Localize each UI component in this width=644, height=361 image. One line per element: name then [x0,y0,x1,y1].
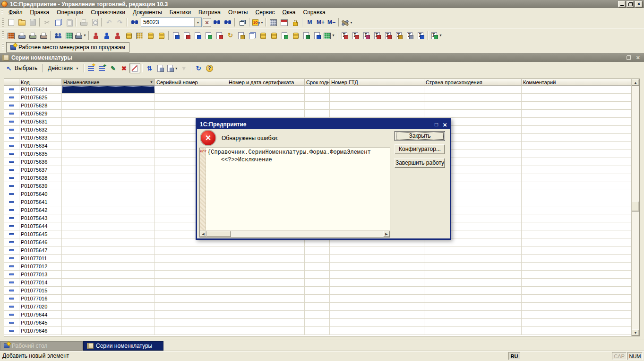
empty-cell[interactable] [305,319,330,327]
print-icon[interactable] [78,17,89,27]
code-cell[interactable]: P01079644 [19,311,62,319]
goods-receipt-icon[interactable] [203,30,214,41]
empty-cell[interactable] [522,198,631,206]
empty-cell[interactable] [62,126,155,134]
empty-cell[interactable] [62,174,155,182]
coins-minus-icon[interactable] [268,30,279,41]
scroll-right-icon[interactable]: ▶ [383,231,390,237]
row-icon-cell[interactable] [4,214,19,222]
structure-tree-icon[interactable]: ▼ [323,30,335,41]
empty-cell[interactable] [522,102,631,110]
menu-сервис[interactable]: Сервис [251,9,278,16]
column-header-Комментарий[interactable]: Комментарий [522,79,631,86]
table-row[interactable]: P01077012 [4,263,631,271]
buyer-order-icon[interactable] [102,30,112,41]
empty-cell[interactable] [62,222,155,230]
cash-register-icon[interactable] [63,30,74,41]
calendar-icon[interactable] [279,17,290,27]
code-cell[interactable]: P01079645 [19,319,62,327]
row-icon-cell[interactable] [4,190,19,198]
memory-button[interactable]: M [304,17,315,27]
menubar-grip[interactable] [1,9,3,15]
toolbar-grip[interactable] [2,44,4,52]
code-cell[interactable]: P01075642 [19,206,62,214]
empty-cell[interactable] [62,118,155,126]
empty-cell[interactable] [522,206,631,214]
shutdown-button[interactable]: Завершить работу [395,158,445,168]
empty-cell[interactable] [330,86,424,94]
windows-cascade-icon[interactable] [237,17,248,27]
code-cell[interactable]: P01075628 [19,102,62,110]
doc-money-icon[interactable] [236,30,247,41]
chevron-down-icon[interactable]: ▼ [83,34,86,37]
undo-icon[interactable]: ↶ [103,17,114,27]
row-icon-cell[interactable] [4,238,19,247]
empty-cell[interactable] [522,287,631,295]
table-row[interactable]: P01079646 [4,327,631,335]
menu-отчеты[interactable]: Отчеты [224,9,251,16]
column-header-Страна происхождения[interactable]: Страна происхождения [424,79,522,86]
empty-cell[interactable] [522,327,631,335]
empty-cell[interactable] [424,327,522,335]
empty-cell[interactable] [227,295,305,303]
find-prev-icon[interactable] [222,17,233,27]
empty-cell[interactable] [62,166,155,174]
shipment-icon[interactable] [181,30,192,41]
empty-cell[interactable] [330,271,424,279]
chevron-down-icon[interactable]: ▼ [175,67,178,70]
dialog-maximize-icon[interactable]: □ [435,121,438,128]
delete-item-icon[interactable]: ✖ [119,63,129,73]
tab-series[interactable]: Серии номенклатуры [83,341,163,351]
dialog-close-icon[interactable]: × [443,121,447,128]
row-icon-cell[interactable] [4,126,19,134]
help-icon[interactable]: ? [204,63,215,73]
actions-button[interactable]: Действия ▼ [44,63,82,73]
search-combo[interactable]: 56023▼ [141,18,202,27]
empty-cell[interactable] [62,150,155,158]
code-cell[interactable]: P01075639 [19,182,62,190]
table-row[interactable]: P01075624 [4,86,631,94]
column-header-icon[interactable] [4,79,19,86]
redo-icon[interactable]: ↷ [114,17,125,27]
empty-cell[interactable] [227,287,305,295]
column-header-Наименование[interactable]: Наименование▼ [62,79,155,86]
empty-cell[interactable] [62,303,155,311]
empty-cell[interactable] [305,86,330,94]
minimize-button[interactable] [618,1,626,8]
empty-cell[interactable] [424,263,522,271]
row-icon-cell[interactable] [4,182,19,190]
empty-cell[interactable] [522,126,631,134]
empty-cell[interactable] [522,150,631,158]
empty-cell[interactable] [62,238,155,247]
horizontal-scrollbar[interactable]: ◀ ▶ [200,230,390,237]
code-cell[interactable]: P01075640 [19,190,62,198]
empty-cell[interactable] [62,287,155,295]
cut-icon[interactable]: ✂ [42,17,52,27]
row-icon-cell[interactable] [4,174,19,182]
empty-cell[interactable] [155,311,227,319]
empty-cell[interactable] [522,182,631,190]
empty-cell[interactable] [62,263,155,271]
empty-cell[interactable] [227,247,305,255]
row-icon-cell[interactable] [4,206,19,214]
menu-справка[interactable]: Справка [299,9,329,16]
empty-cell[interactable] [62,102,155,110]
empty-cell[interactable] [62,158,155,166]
open-icon[interactable] [16,17,27,27]
chevron-down-icon[interactable]: ▼ [439,34,442,37]
empty-cell[interactable] [155,86,227,94]
empty-cell[interactable] [155,110,227,118]
empty-cell[interactable] [227,303,305,311]
code-cell[interactable]: P01079646 [19,327,62,335]
empty-cell[interactable] [62,142,155,150]
empty-cell[interactable] [155,303,227,311]
new-document-icon[interactable] [5,17,16,27]
empty-cell[interactable] [155,287,227,295]
empty-cell[interactable] [424,319,522,327]
scroll-down-icon[interactable]: ▼ [632,329,639,336]
table-row[interactable]: P01077011 [4,255,631,263]
toolbar-grip[interactable] [2,31,4,40]
row-icon-cell[interactable] [4,86,19,94]
empty-cell[interactable] [330,110,424,118]
code-cell[interactable]: P01075633 [19,134,62,142]
